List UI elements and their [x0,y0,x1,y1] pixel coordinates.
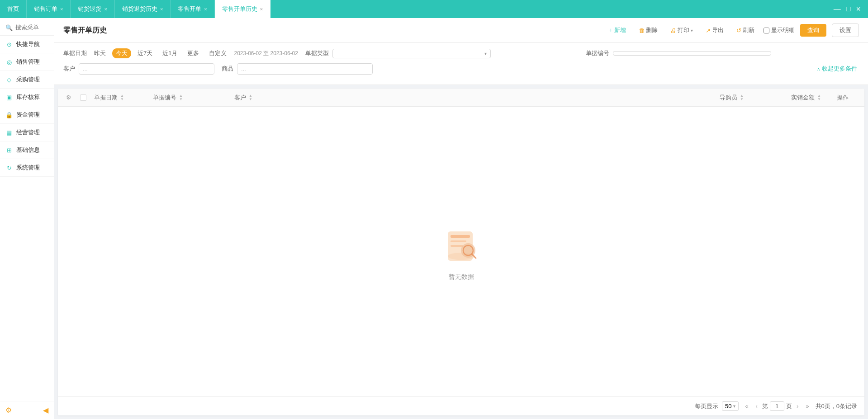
select-all-checkbox[interactable] [80,94,86,101]
sidebar-search[interactable]: 🔍 搜索采单 [0,20,54,36]
th-customer-sort[interactable]: ▲ ▼ [249,94,252,101]
add-button[interactable]: + 新增 [606,24,630,36]
tab-retail-open-history[interactable]: 零售开单历史 × [215,0,270,18]
tab-sales-return-history-close[interactable]: × [160,6,163,12]
sidebar-item-finance-label: 资金管理 [16,111,40,119]
th-guide-label: 导购员 [720,94,737,102]
date-filter-group: 单据日期 昨天 今天 近7天 近1月 更多 自定义 2023-06-02 至 2… [63,48,298,58]
settings-gear-icon[interactable]: ⚙ [5,406,12,414]
page-total: 共0页，0条记录 [816,402,857,410]
customer-input[interactable]: ... [79,63,214,75]
th-amount-label: 实销金额 [791,94,815,102]
window-close-btn[interactable]: × [856,5,861,14]
display-detail-button[interactable]: 显示明细 [764,26,795,34]
bag-icon: ◇ [5,76,13,83]
sidebar-item-purchase-mgmt[interactable]: ◇ 采购管理 [0,71,54,89]
content-area: 零售开单历史 + 新增 🗑 删除 🖨 打印 ▾ ↗ 导出 ↺ [54,18,868,419]
th-amount-sort[interactable]: ▲ ▼ [817,94,821,101]
bill-no-label: 单据编号 [586,49,609,57]
refresh-button[interactable]: ↺ 刷新 [733,24,758,36]
collapse-more-label: 收起更多条件 [822,65,857,73]
collapse-more-container: ∧ 收起更多条件 [380,63,859,75]
cart-icon: ◎ [5,58,13,66]
page-next-btn[interactable]: › [794,402,801,410]
goods-placeholder: ... [241,66,246,72]
date-opt-1month[interactable]: 近1月 [159,48,181,58]
th-date-sort[interactable]: ▲ ▼ [120,94,124,101]
bill-type-select[interactable]: ▾ [332,49,491,58]
window-min-btn[interactable]: — [834,5,841,13]
page-title: 零售开单历史 [63,26,107,35]
main-layout: 🔍 搜索采单 ⊙ 快捷导航 ◎ 销售管理 ◇ 采购管理 ▣ 库存核算 🔒 资金管… [0,18,868,419]
date-opt-custom[interactable]: 自定义 [205,48,230,58]
tab-retail-open-history-label: 零售开单历史 [222,5,257,13]
page-size-value: 50 [725,403,731,410]
page-suffix: 页 [786,402,792,410]
empty-state: 暂无数据 [58,107,864,396]
th-date-label: 单据日期 [94,94,118,102]
grid-icon: ⊞ [5,146,13,154]
tab-sales-return-close[interactable]: × [104,6,107,12]
date-opt-7days[interactable]: 近7天 [134,48,156,58]
date-opt-yesterday[interactable]: 昨天 [90,48,109,58]
goods-input[interactable]: ... [237,63,373,75]
tab-home-label: 首页 [7,5,19,13]
tab-retail-open[interactable]: 零售开单 × [171,0,214,18]
sort-down-icon: ▼ [179,98,183,101]
customer-filter-group: 客户 ... [63,63,214,75]
page-last-btn[interactable]: » [803,402,811,410]
page-size-select[interactable]: 50 ▾ [722,401,739,411]
settings-button[interactable]: 设置 [832,24,859,37]
collapse-more-button[interactable]: ∧ 收起更多条件 [815,63,859,75]
sidebar-item-inventory[interactable]: ▣ 库存核算 [0,89,54,106]
query-button[interactable]: 查询 [800,24,826,37]
th-bill-no-sort[interactable]: ▲ ▼ [179,94,183,101]
filter-area: 单据日期 昨天 今天 近7天 近1月 更多 自定义 2023-06-02 至 2… [54,43,868,85]
bill-type-label: 单据类型 [305,49,329,57]
lock-icon: 🔒 [5,111,13,118]
home-icon: ⊙ [5,41,13,48]
page-first-btn[interactable]: « [742,402,751,410]
bill-no-input[interactable] [613,51,771,56]
th-guide: 导购员 ▲ ▼ [716,94,770,102]
sidebar-item-basic-info[interactable]: ⊞ 基础信息 [0,141,54,159]
pagination: 每页显示 50 ▾ « ‹ 第 1 页 › » 共0页，0条记录 [58,396,864,415]
sidebar-item-system[interactable]: ↻ 系统管理 [0,159,54,177]
tab-home[interactable]: 首页 [0,0,27,18]
tab-retail-open-history-close[interactable]: × [260,6,263,12]
date-options: 昨天 今天 近7天 近1月 更多 自定义 [90,48,230,58]
page-current-input[interactable]: 1 [770,401,784,411]
page-prev-btn[interactable]: ‹ [753,402,760,410]
sidebar-search-label: 搜索采单 [15,24,39,32]
bill-type-dropdown-icon: ▾ [484,51,487,56]
display-detail-checkbox[interactable] [764,28,769,33]
th-guide-sort[interactable]: ▲ ▼ [740,94,744,101]
svg-rect-2 [451,235,470,238]
th-action-label: 操作 [837,94,849,102]
tab-sales-return-history[interactable]: 销货退货历史 × [115,0,171,18]
date-opt-today[interactable]: 今天 [112,48,131,58]
print-button[interactable]: 🖨 打印 ▾ [667,24,697,36]
tab-sales-order-close[interactable]: × [60,6,63,12]
tab-sales-return[interactable]: 销货退货 × [71,0,114,18]
sidebar-item-quick-nav[interactable]: ⊙ 快捷导航 [0,36,54,53]
export-button[interactable]: ↗ 导出 [702,24,727,36]
th-amount: 实销金额 ▲ ▼ [770,94,825,102]
page-size-dropdown-icon: ▾ [733,404,735,409]
filter-row-2: 客户 ... 商品 ... ∧ 收起更多条件 [63,63,859,75]
sidebar-item-operations[interactable]: ▤ 经营管理 [0,124,54,141]
window-max-btn[interactable]: □ [846,5,851,13]
date-opt-more[interactable]: 更多 [184,48,203,58]
refresh-icon: ↺ [736,27,741,34]
tab-sales-order[interactable]: 销售订单 × [27,0,71,18]
sidebar-bottom: ⚙ ◀ [0,401,54,419]
sidebar-item-sales-mgmt[interactable]: ◎ 销售管理 [0,53,54,71]
tab-retail-open-close[interactable]: × [204,6,207,12]
collapse-sidebar-icon[interactable]: ◀ [43,406,48,414]
table-settings-icon[interactable]: ⚙ [62,94,76,101]
date-filter-label: 单据日期 [63,49,87,57]
sidebar-item-basic-info-label: 基础信息 [16,146,40,154]
th-date: 单据日期 ▲ ▼ [90,94,149,102]
delete-button[interactable]: 🗑 删除 [635,24,661,36]
sidebar-item-finance[interactable]: 🔒 资金管理 [0,106,54,124]
